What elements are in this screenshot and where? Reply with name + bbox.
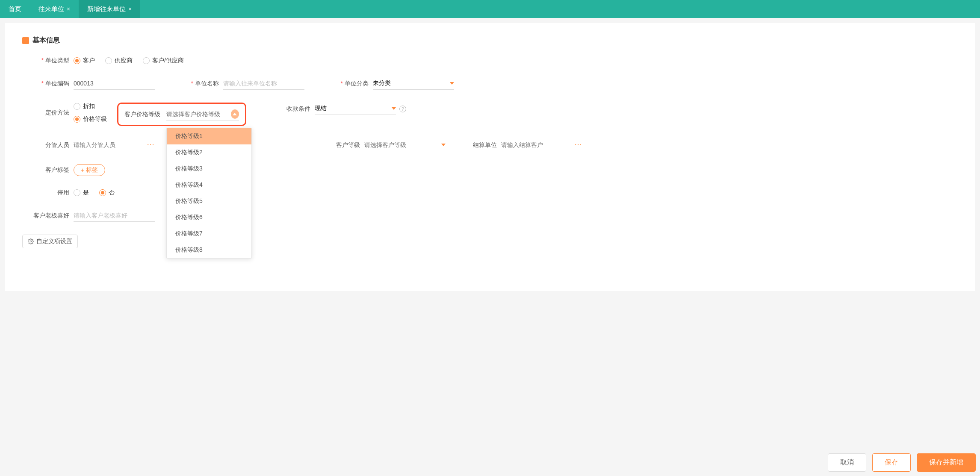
tab-label: 新增往来单位 [87,5,126,13]
section-icon [22,37,29,44]
radio-both[interactable]: 客户/供应商 [143,57,184,65]
chevron-down-icon [441,144,446,146]
gear-icon [28,238,34,244]
radio-disabled-yes[interactable]: 是 [74,189,89,197]
pay-cond-select[interactable] [315,103,396,115]
unit-cat-select[interactable] [373,77,454,90]
unit-name-input[interactable] [223,77,304,90]
boss-pref-label: 客户老板喜好 [22,212,69,220]
close-icon[interactable]: × [67,6,70,12]
dropdown-item[interactable]: 价格等级6 [167,209,251,226]
price-level-dropdown: 价格等级1 价格等级2 价格等级3 价格等级4 价格等级5 价格等级6 价格等级… [166,128,252,259]
chevron-up-icon[interactable] [231,109,239,119]
settle-label: 结算单位 [463,141,497,149]
more-icon[interactable]: ··· [147,141,155,148]
pricing-label: 定价方法 [22,109,69,117]
svg-point-0 [30,241,32,242]
dropdown-item[interactable]: 价格等级1 [167,128,251,144]
price-level-label: 客户价格等级 [124,111,160,118]
manager-input[interactable]: ··· [74,139,155,151]
cust-level-label: 客户等级 [313,141,360,149]
dropdown-item[interactable]: 价格等级3 [167,161,251,177]
tab-label: 首页 [9,5,21,13]
pay-cond-label: 收款条件 [263,105,310,113]
tab-home[interactable]: 首页 [0,0,30,18]
radio-price-level[interactable]: 价格等级 [74,115,107,123]
price-level-select[interactable]: 价格等级1 价格等级2 价格等级3 价格等级4 价格等级5 价格等级6 价格等级… [166,108,239,120]
radio-disabled-no[interactable]: 否 [99,189,115,197]
chevron-down-icon [450,82,454,85]
disabled-label: 停用 [22,189,69,197]
tag-label: 客户标签 [22,166,69,174]
add-tag-button[interactable]: + 标签 [74,164,105,176]
radio-supplier[interactable]: 供应商 [105,57,133,65]
unit-type-label: *单位类型 [22,57,69,65]
tab-new-contact[interactable]: 新增往来单位 × [79,0,140,18]
more-icon[interactable]: ··· [575,141,582,148]
radio-discount[interactable]: 折扣 [74,103,107,110]
close-icon[interactable]: × [128,6,132,12]
unit-cat-label: *单位分类 [322,80,369,88]
unit-code-label: *单位编码 [22,80,69,88]
cust-level-select[interactable] [364,139,446,151]
tab-label: 往来单位 [38,5,64,13]
dropdown-item[interactable]: 价格等级8 [167,242,251,258]
dropdown-item[interactable]: 价格等级5 [167,193,251,209]
section-header: 基本信息 [22,36,958,45]
radio-customer[interactable]: 客户 [74,57,95,65]
dropdown-item[interactable]: 价格等级4 [167,177,251,193]
main-panel: 基本信息 *单位类型 客户 供应商 客户/供应商 *单位编码 [5,23,975,291]
dropdown-item[interactable]: 价格等级7 [167,226,251,242]
manager-label: 分管人员 [22,141,69,149]
unit-code-input[interactable] [74,77,155,90]
chevron-down-icon [392,107,396,110]
dropdown-item[interactable]: 价格等级2 [167,144,251,161]
unit-name-label: *单位名称 [172,80,219,88]
tab-bar: 首页 往来单位 × 新增往来单位 × [0,0,980,18]
section-title: 基本信息 [32,36,60,45]
tab-contacts[interactable]: 往来单位 × [30,0,79,18]
settle-input[interactable]: ··· [501,139,582,151]
boss-pref-input[interactable] [74,209,155,222]
plus-icon: + [81,167,84,173]
custom-fields-button[interactable]: 自定义项设置 [22,235,78,248]
price-level-highlight: 客户价格等级 价格等级1 价格等级2 价格等级3 价格等级4 价格等级5 价格等… [117,103,246,126]
help-icon[interactable]: ? [399,106,406,112]
